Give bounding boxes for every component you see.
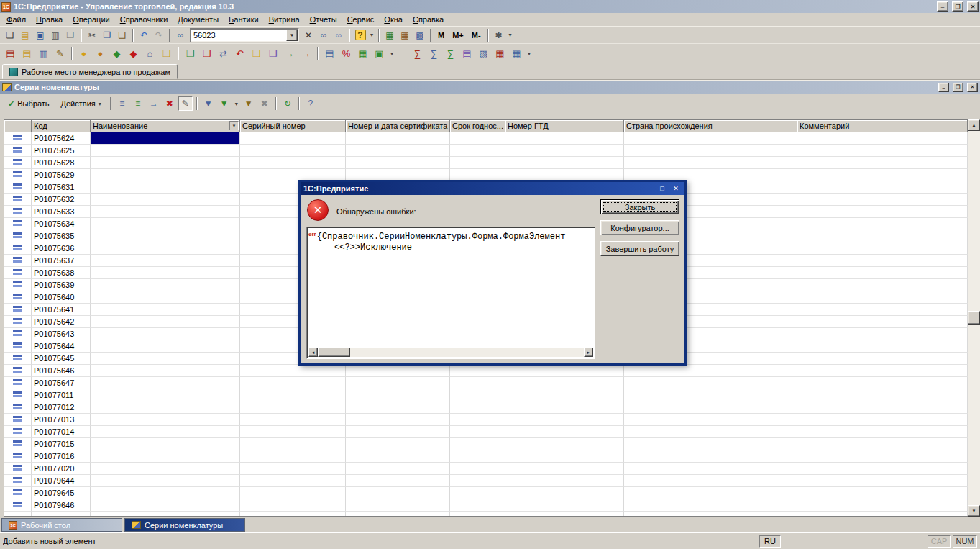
cell-comment[interactable] — [797, 181, 968, 194]
refresh-icon[interactable]: ↻ — [280, 96, 295, 111]
cell-certificate[interactable] — [346, 499, 450, 512]
cell-serial[interactable] — [240, 475, 346, 487]
cell-gtd[interactable] — [505, 499, 624, 512]
tools-icon[interactable]: ✱ — [492, 28, 506, 42]
cell-serial[interactable] — [240, 450, 346, 463]
cell-comment[interactable] — [797, 242, 968, 255]
cell-icon[interactable] — [4, 242, 32, 255]
cell-gtd[interactable] — [505, 401, 624, 414]
cell-name[interactable] — [91, 353, 240, 365]
menu-item-reports[interactable]: Отчеты — [305, 14, 342, 25]
cell-country[interactable] — [624, 401, 797, 414]
cell-icon[interactable] — [4, 389, 32, 401]
cell-comment[interactable] — [797, 499, 968, 512]
print-icon[interactable]: ▥ — [48, 28, 63, 42]
toolbar-more-icon[interactable]: ▾ — [388, 46, 395, 60]
cell-icon[interactable] — [4, 414, 32, 426]
cell-expiry[interactable] — [450, 426, 505, 438]
cell-name[interactable] — [91, 401, 240, 414]
dialog-maximize-icon[interactable]: □ — [656, 184, 668, 194]
cell-expiry[interactable] — [450, 475, 505, 487]
cell-certificate[interactable] — [346, 438, 450, 450]
table-row[interactable]: P01079645 — [4, 487, 968, 499]
cell-name[interactable] — [91, 279, 240, 291]
cell-comment[interactable] — [797, 316, 968, 328]
chart-report-icon[interactable]: ▧ — [476, 46, 491, 61]
cell-icon[interactable] — [4, 169, 32, 181]
cell-comment[interactable] — [797, 438, 968, 450]
cell-country[interactable] — [624, 487, 797, 499]
cell-comment[interactable] — [797, 353, 968, 365]
cell-icon[interactable] — [4, 157, 32, 169]
move-to-group-icon[interactable]: → — [147, 96, 161, 111]
table-row[interactable]: P01075646 — [4, 365, 968, 377]
cell-country[interactable] — [624, 450, 797, 463]
cell-comment[interactable] — [797, 463, 968, 475]
cell-comment[interactable] — [797, 304, 968, 316]
cell-comment[interactable] — [797, 377, 968, 389]
cell-expiry[interactable] — [450, 389, 505, 401]
cell-icon[interactable] — [4, 145, 32, 157]
discounts-icon[interactable]: % — [339, 46, 354, 61]
cell-icon[interactable] — [4, 438, 32, 450]
issue-arrow-icon[interactable]: → — [298, 46, 313, 61]
column-header-country[interactable]: Страна происхождения — [624, 120, 797, 132]
edit-prices-icon[interactable]: ✎ — [52, 46, 68, 61]
cell-name[interactable] — [91, 230, 240, 242]
close-error-button[interactable]: Закрыть — [600, 199, 679, 214]
cell-expiry[interactable] — [450, 487, 505, 499]
goods-issue-icon[interactable]: ❒ — [199, 46, 214, 61]
cell-code[interactable]: P01079646 — [32, 499, 91, 512]
cell-code[interactable]: P01075644 — [32, 340, 91, 353]
cell-name[interactable] — [91, 132, 240, 145]
quick-select-icon[interactable]: ✎ — [178, 96, 193, 111]
cell-icon[interactable] — [4, 450, 32, 463]
cell-certificate[interactable] — [346, 414, 450, 426]
memory-recall-button[interactable]: М — [434, 31, 448, 40]
cell-gtd[interactable] — [505, 389, 624, 401]
cell-code[interactable]: P01075638 — [32, 267, 91, 279]
cell-certificate[interactable] — [346, 401, 450, 414]
workspace-tab[interactable]: Рабочее место менеджера по продажам — [2, 64, 178, 79]
cell-comment[interactable] — [797, 426, 968, 438]
cell-serial[interactable] — [240, 414, 346, 426]
receipt-arrow-icon[interactable]: → — [282, 46, 297, 61]
cell-name[interactable] — [91, 304, 240, 316]
cell-icon[interactable] — [4, 267, 32, 279]
cell-name[interactable] — [91, 291, 240, 304]
cell-name[interactable] — [91, 389, 240, 401]
cell-country[interactable] — [624, 132, 797, 145]
cell-comment[interactable] — [797, 169, 968, 181]
cell-comment[interactable] — [797, 487, 968, 499]
cell-serial[interactable] — [240, 487, 346, 499]
report-settings-icon[interactable]: ▦ — [509, 46, 524, 61]
menu-item-catalogs[interactable]: Справочники — [115, 14, 173, 25]
table-row[interactable]: P01075625 — [4, 145, 968, 157]
cell-icon[interactable] — [4, 340, 32, 353]
cell-code[interactable]: P01075639 — [32, 279, 91, 291]
cell-comment[interactable] — [797, 291, 968, 304]
cell-certificate[interactable] — [346, 475, 450, 487]
cell-icon[interactable] — [4, 316, 32, 328]
paste-icon[interactable]: ❑ — [115, 28, 129, 42]
select-button[interactable]: ✔ Выбрать — [3, 97, 55, 110]
cell-icon[interactable] — [4, 353, 32, 365]
find-next-icon[interactable]: ∞ — [316, 28, 331, 42]
sales-report-icon[interactable]: ∑ — [410, 46, 425, 61]
cell-expiry[interactable] — [450, 450, 505, 463]
cell-comment[interactable] — [797, 206, 968, 218]
cell-country[interactable] — [624, 157, 797, 169]
cell-comment[interactable] — [797, 157, 968, 169]
cell-name[interactable] — [91, 438, 240, 450]
cell-name[interactable] — [91, 365, 240, 377]
menu-item-documents[interactable]: Документы — [173, 14, 224, 25]
cell-certificate[interactable] — [346, 132, 450, 145]
save-icon[interactable]: ▣ — [33, 28, 47, 42]
find-settings-icon[interactable]: ∞ — [331, 28, 346, 42]
filter-history-icon[interactable]: ▼ — [242, 96, 256, 111]
table-row[interactable]: P01075624 — [4, 132, 968, 145]
cell-comment[interactable] — [797, 218, 968, 230]
cell-certificate[interactable] — [346, 426, 450, 438]
cell-gtd[interactable] — [505, 157, 624, 169]
toolbar-more-icon[interactable]: ▾ — [526, 46, 533, 60]
